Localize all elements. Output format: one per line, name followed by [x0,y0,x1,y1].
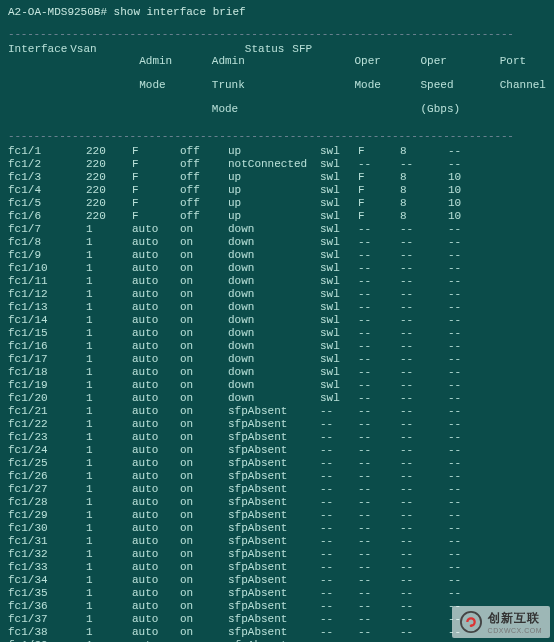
table-row: fc1/201autoondownswl------ [8,392,508,405]
cell-vsan: 1 [86,457,132,470]
cell-interface: fc1/38 [8,626,86,639]
cell-vsan: 1 [86,275,132,288]
cell-port-channel: -- [448,249,508,262]
cell-trunk-mode: on [180,548,228,561]
cell-vsan: 1 [86,509,132,522]
cell-oper-mode: -- [358,223,400,236]
cell-sfp: -- [320,509,358,522]
cell-oper-speed: -- [400,522,448,535]
cell-status: sfpAbsent [228,405,320,418]
header-oper-mode-2: Mode [355,79,381,91]
cell-admin-mode: F [132,197,180,210]
cell-trunk-mode: on [180,535,228,548]
cell-trunk-mode: on [180,262,228,275]
cell-status: sfpAbsent [228,626,320,639]
cell-oper-speed: -- [400,431,448,444]
watermark: 创新互联 CDXWCX.COM [452,606,550,638]
cell-port-channel: 10 [448,197,508,210]
cell-trunk-mode: off [180,210,228,223]
cell-trunk-mode: on [180,587,228,600]
cell-admin-mode: F [132,210,180,223]
cell-interface: fc1/8 [8,236,86,249]
cell-status: up [228,184,320,197]
cell-oper-mode: -- [358,392,400,405]
cell-vsan: 220 [86,145,132,158]
cell-vsan: 1 [86,223,132,236]
table-row: fc1/181autoondownswl------ [8,366,508,379]
cell-trunk-mode: on [180,223,228,236]
cell-trunk-mode: on [180,496,228,509]
cell-status: notConnected [228,158,320,171]
cell-sfp: swl [320,158,358,171]
svg-point-1 [469,624,472,627]
divider-top: ----------------------------------------… [8,28,546,40]
cell-oper-mode: -- [358,236,400,249]
cell-oper-mode: -- [358,483,400,496]
cell-sfp: swl [320,353,358,366]
cell-admin-mode: auto [132,561,180,574]
cell-oper-mode: -- [358,301,400,314]
cell-admin-mode: auto [132,509,180,522]
cell-vsan: 1 [86,340,132,353]
header-trunk-3: Mode [212,103,238,115]
cell-status: down [228,379,320,392]
cell-oper-mode: -- [358,340,400,353]
cell-oper-speed: -- [400,509,448,522]
cell-interface: fc1/32 [8,548,86,561]
cell-trunk-mode: on [180,366,228,379]
cell-vsan: 1 [86,431,132,444]
cell-oper-mode: -- [358,418,400,431]
cell-admin-mode: auto [132,444,180,457]
cell-interface: fc1/17 [8,353,86,366]
cell-status: down [228,327,320,340]
cell-vsan: 1 [86,262,132,275]
cell-sfp: -- [320,626,358,639]
cell-trunk-mode: on [180,522,228,535]
cell-status: sfpAbsent [228,574,320,587]
command-prompt[interactable]: A2-OA-MDS9250B# show interface brief [8,6,546,18]
svg-point-0 [461,612,481,632]
cell-sfp: -- [320,587,358,600]
cell-interface: fc1/24 [8,444,86,457]
cell-interface: fc1/11 [8,275,86,288]
cell-oper-speed: -- [400,626,448,639]
cell-oper-mode: -- [358,288,400,301]
cell-oper-mode: -- [358,509,400,522]
cell-interface: fc1/6 [8,210,86,223]
cell-oper-mode: -- [358,444,400,457]
cell-admin-mode: auto [132,249,180,262]
cell-vsan: 1 [86,561,132,574]
cell-vsan: 1 [86,613,132,626]
cell-port-channel: -- [448,262,508,275]
cell-sfp: swl [320,392,358,405]
cell-vsan: 1 [86,236,132,249]
cell-trunk-mode: on [180,236,228,249]
cell-sfp: -- [320,483,358,496]
cell-admin-mode: auto [132,522,180,535]
cell-oper-mode: -- [358,158,400,171]
cell-trunk-mode: on [180,314,228,327]
cell-admin-mode: auto [132,496,180,509]
table-row: fc1/1220FoffupswlF8-- [8,145,508,158]
cell-interface: fc1/7 [8,223,86,236]
cell-interface: fc1/37 [8,613,86,626]
cell-trunk-mode: on [180,574,228,587]
cell-oper-speed: 8 [400,210,448,223]
cell-oper-speed: -- [400,275,448,288]
cell-oper-mode: -- [358,457,400,470]
cell-oper-speed: -- [400,483,448,496]
table-row: fc1/241autoonsfpAbsent-------- [8,444,508,457]
cell-vsan: 1 [86,574,132,587]
cell-port-channel: -- [448,431,508,444]
cell-status: sfpAbsent [228,431,320,444]
table-row: fc1/101autoondownswl------ [8,262,508,275]
cell-port-channel: -- [448,314,508,327]
cell-oper-speed: -- [400,353,448,366]
cell-oper-mode: F [358,145,400,158]
cell-sfp: -- [320,535,358,548]
cell-oper-speed: -- [400,288,448,301]
cell-oper-speed: -- [400,340,448,353]
cell-port-channel: -- [448,457,508,470]
cell-oper-mode: -- [358,366,400,379]
table-row: fc1/161autoondownswl------ [8,340,508,353]
